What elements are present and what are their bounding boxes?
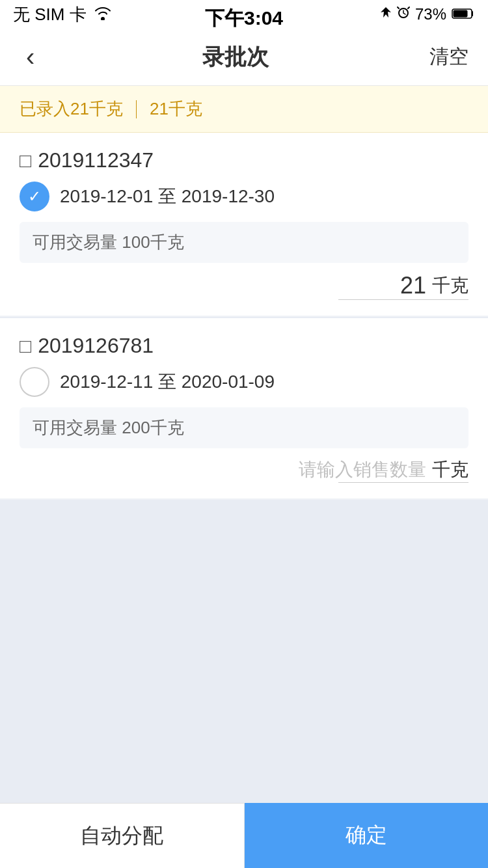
no-sim-label: 无 SIM 卡 xyxy=(13,3,87,26)
alarm-icon xyxy=(397,5,410,23)
available-box-1: 可用交易量 100千克 xyxy=(20,222,468,263)
nav-bar: ‹ 录批次 清空 xyxy=(0,29,488,86)
battery-icon xyxy=(452,5,475,23)
date-range-1: 2019-12-01 至 2019-12-30 xyxy=(60,184,275,209)
available-box-2: 可用交易量 200千克 xyxy=(20,407,468,448)
quantity-unit-1: 千克 xyxy=(432,273,468,298)
info-banner: 已录入21千克 21千克 xyxy=(0,86,488,133)
batch-icon-1: □ xyxy=(20,150,31,172)
date-row-1[interactable]: ✓ 2019-12-01 至 2019-12-30 xyxy=(20,182,468,211)
batch-icon-2: □ xyxy=(20,335,31,357)
batch-card-1: □ 2019112347 ✓ 2019-12-01 至 2019-12-30 可… xyxy=(0,133,488,316)
input-section-2: 请输入销售数量 千克 xyxy=(0,448,488,498)
page-title: 录批次 xyxy=(202,42,269,72)
info-label: 已录入21千克 xyxy=(20,98,123,120)
batch-id-row-1: □ 2019112347 xyxy=(20,148,468,172)
gray-area xyxy=(0,500,488,812)
batch-card-2: □ 2019126781 2019-12-11 至 2020-01-09 可用交… xyxy=(0,318,488,498)
available-text-1: 可用交易量 100千克 xyxy=(33,232,184,252)
location-icon xyxy=(380,5,392,23)
info-amount: 21千克 xyxy=(150,98,202,120)
input-unit-2: 千克 xyxy=(432,457,468,482)
batch-id-2: 2019126781 xyxy=(38,334,154,358)
status-time: 下午3:04 xyxy=(205,5,283,32)
status-right: 73% xyxy=(380,5,475,23)
input-placeholder-2: 请输入销售数量 xyxy=(299,457,426,482)
quantity-inner-1: 21 千克 xyxy=(0,263,488,299)
batch-id-1: 2019112347 xyxy=(38,148,154,172)
wifi-icon xyxy=(93,5,113,25)
quantity-value-1: 21 xyxy=(400,272,426,299)
date-row-2[interactable]: 2019-12-11 至 2020-01-09 xyxy=(20,367,468,397)
info-divider xyxy=(136,100,137,118)
radio-2[interactable] xyxy=(20,367,49,397)
bottom-bar: 自动分配 确定 xyxy=(0,803,488,868)
confirm-button[interactable]: 确定 xyxy=(245,803,489,868)
check-icon-1: ✓ xyxy=(28,189,41,204)
date-range-2: 2019-12-11 至 2020-01-09 xyxy=(60,370,275,394)
battery-label: 73% xyxy=(415,5,446,23)
batch-id-row-2: □ 2019126781 xyxy=(20,334,468,358)
available-text-2: 可用交易量 200千克 xyxy=(33,418,184,437)
status-left: 无 SIM 卡 xyxy=(13,3,113,26)
quantity-section-1: 21 千克 xyxy=(0,263,488,316)
auto-distribute-button[interactable]: 自动分配 xyxy=(0,803,245,868)
back-button[interactable]: ‹ xyxy=(20,36,41,78)
status-bar: 无 SIM 卡 下午3:04 73% xyxy=(0,0,488,29)
svg-rect-2 xyxy=(454,10,468,18)
radio-1[interactable]: ✓ xyxy=(20,182,49,211)
clear-button[interactable]: 清空 xyxy=(429,44,468,70)
input-inner-2: 请输入销售数量 千克 xyxy=(0,448,488,482)
